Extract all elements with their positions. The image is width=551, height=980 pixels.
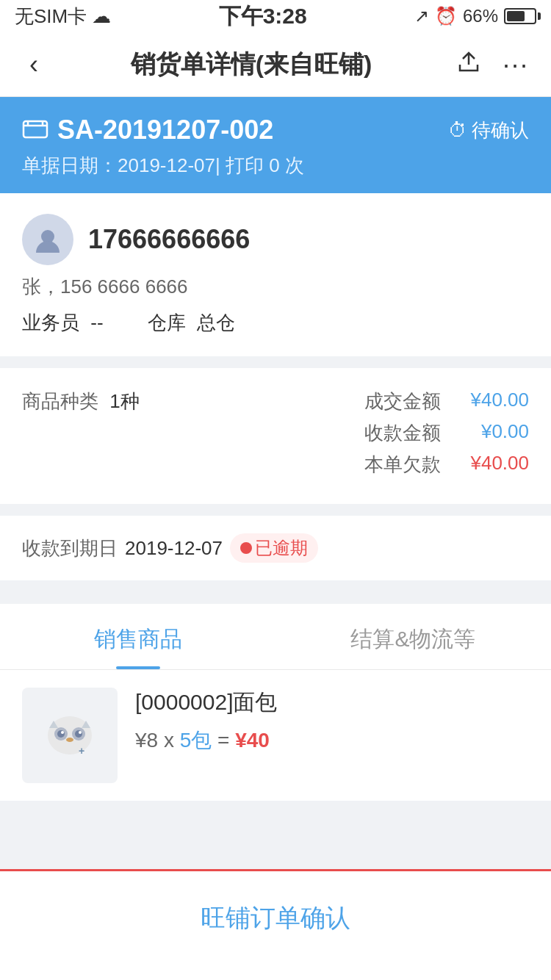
customer-meta: 业务员 -- 仓库 总仓 [22,310,529,336]
order-id-row: SA-20191207-002 ⏱ 待确认 [22,115,529,145]
svg-point-9 [66,738,73,742]
amount-row-total: 成交金额 ¥40.00 [364,389,529,414]
back-button[interactable]: ‹ [22,42,46,87]
overdue-badge: 已逾期 [230,533,318,563]
customer-row: 17666666666 [22,214,529,265]
battery-icon [504,8,536,24]
svg-point-5 [57,730,65,738]
alarm-icon: ⏰ [435,6,457,26]
svg-text:+: + [79,745,84,757]
product-type: 商品种类 1种 [22,389,140,414]
amount-section: 商品种类 1种 成交金额 ¥40.00 收款金额 ¥0.00 本单欠款 ¥40.… [0,368,551,504]
customer-name: 张，156 6666 6666 [22,274,529,300]
product-section: + [0000002]面包 ¥8 x 5包 = ¥40 [0,670,551,801]
product-image: + [22,688,118,783]
order-date: 单据日期：2019-12-07| 打印 0 次 [22,153,529,179]
status-left: 无SIM卡 ☁ [15,4,111,29]
tabs-section: 销售商品 结算&物流等 [0,604,551,670]
share-button[interactable] [457,49,480,80]
overdue-dot-icon [240,542,252,554]
amount-row-received: 收款金额 ¥0.00 [364,420,529,446]
nav-actions: ··· [457,49,529,80]
salesman-field: 业务员 -- [22,310,104,336]
svg-point-8 [79,731,82,734]
amounts: 成交金额 ¥40.00 收款金额 ¥0.00 本单欠款 ¥40.00 [364,389,529,483]
nav-bar: ‹ 销货单详情(来自旺铺) ··· [0,32,551,97]
battery-percent: 66% [463,6,498,26]
bottom-action: 旺铺订单确认 [0,869,551,980]
order-status: ⏱ 待确认 [448,118,529,143]
customer-phone: 17666666666 [88,224,250,255]
status-bar: 无SIM卡 ☁ 下午3:28 ↗ ⏰ 66% [0,0,551,32]
product-name: [0000002]面包 [135,688,529,718]
product-info: [0000002]面包 ¥8 x 5包 = ¥40 [135,688,529,754]
status-right: ↗ ⏰ 66% [414,6,536,26]
order-header: SA-20191207-002 ⏱ 待确认 单据日期：2019-12-07| 打… [0,97,551,193]
avatar [22,214,73,265]
tab-settlement[interactable]: 结算&物流等 [276,604,551,669]
divider-1 [0,356,551,368]
due-section: 收款到期日 2019-12-07 已逾期 [0,516,551,580]
amount-row-owed: 本单欠款 ¥40.00 [364,452,529,478]
confirm-order-button[interactable]: 旺铺订单确认 [22,886,529,951]
more-button[interactable]: ··· [503,49,529,80]
divider-3 [0,580,551,592]
location-icon: ↗ [414,6,429,26]
svg-point-6 [75,730,82,738]
tab-sales-goods[interactable]: 销售商品 [0,604,276,669]
order-icon [22,115,48,145]
sim-label: 无SIM卡 ☁ [15,4,111,29]
page-title: 销货单详情(来自旺铺) [131,48,372,82]
svg-point-7 [61,731,64,734]
product-price: ¥8 x 5包 = ¥40 [135,727,529,754]
divider-2 [0,504,551,516]
status-time: 下午3:28 [219,1,307,32]
warehouse-field: 仓库 总仓 [148,310,235,336]
clock-icon: ⏱ [448,119,467,142]
order-id: SA-20191207-002 [22,115,273,145]
customer-section: 17666666666 张，156 6666 6666 业务员 -- 仓库 总仓 [0,193,551,356]
